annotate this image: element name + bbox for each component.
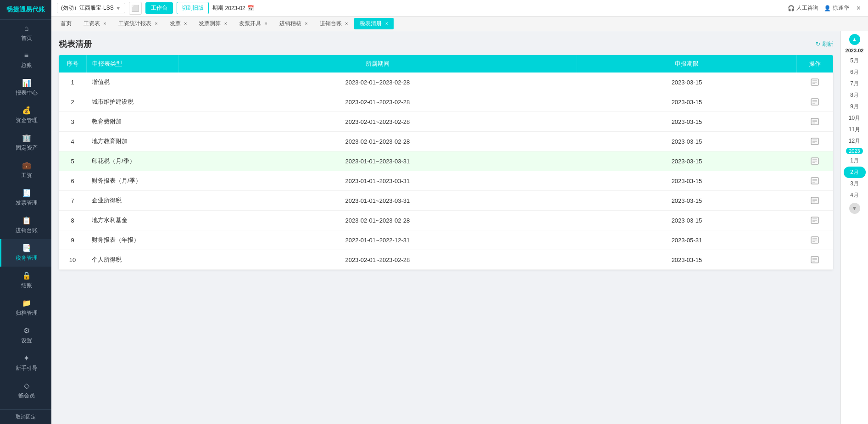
sidebar-item-reports[interactable]: 📊 报表中心 bbox=[0, 74, 51, 101]
tab-close-tax-list[interactable]: × bbox=[385, 21, 388, 26]
sidebar-item-funds[interactable]: 💰 资金管理 bbox=[0, 101, 51, 129]
sidebar-item-guide[interactable]: ✦ 新手引导 bbox=[0, 349, 51, 377]
cell-type: 企业所得税 bbox=[86, 191, 178, 211]
cell-action bbox=[796, 92, 833, 112]
table-row: 3 教育费附加 2023-02-01~2023-02-28 2023-03-15 bbox=[59, 112, 833, 132]
table-row: 4 地方教育附加 2023-02-01~2023-02-28 2023-03-1… bbox=[59, 132, 833, 151]
date-nav-up[interactable]: ▲ bbox=[849, 34, 860, 45]
action-detail-icon[interactable] bbox=[809, 116, 820, 127]
tab-home[interactable]: 首页 bbox=[55, 18, 77, 29]
sidebar-label-closing: 结账 bbox=[21, 282, 32, 290]
action-detail-icon[interactable] bbox=[809, 136, 820, 147]
action-detail-icon[interactable] bbox=[809, 215, 820, 226]
cell-type: 个人所得税 bbox=[86, 250, 178, 270]
cell-seq: 1 bbox=[59, 73, 86, 92]
tab-purchase-ledger[interactable]: 进销台账 × bbox=[314, 18, 354, 29]
table-row: 6 财务报表（月/季） 2023-01-01~2023-03-31 2023-0… bbox=[59, 171, 833, 191]
date-collapse-button[interactable]: ▼ bbox=[849, 203, 860, 214]
tab-close-purchase-ledger[interactable]: × bbox=[345, 21, 348, 26]
tab-tax-list[interactable]: 税表清册 × bbox=[354, 18, 394, 29]
month-2022-12[interactable]: 12月 bbox=[844, 135, 866, 147]
company-selector[interactable]: (勿动）江西服宝-LSS ▼ bbox=[57, 3, 125, 13]
month-2022-7[interactable]: 7月 bbox=[844, 78, 866, 89]
sidebar-item-salary[interactable]: 💼 工资 bbox=[0, 156, 51, 184]
cell-period: 2023-02-01~2023-02-28 bbox=[178, 73, 577, 92]
calendar-icon[interactable]: 📅 bbox=[247, 5, 254, 11]
date-side-panel: ▲ 2023.02 5月 6月 7月 8月 9月 10月 11月 12月 202… bbox=[840, 31, 868, 424]
invoice-icon: 🧾 bbox=[22, 189, 31, 197]
sidebar-item-ledger[interactable]: ≡ 总账 bbox=[0, 47, 51, 74]
tab-close-purchase-audit[interactable]: × bbox=[305, 21, 307, 26]
month-2022-10[interactable]: 10月 bbox=[844, 112, 866, 124]
month-2022-5[interactable]: 5月 bbox=[844, 55, 866, 67]
cell-seq: 3 bbox=[59, 112, 86, 132]
tab-close-invoice[interactable]: × bbox=[184, 21, 187, 26]
tab-close-invoice-calc[interactable]: × bbox=[224, 21, 227, 26]
month-2022-11[interactable]: 11月 bbox=[844, 124, 866, 135]
switch-button[interactable]: 切到旧版 bbox=[177, 2, 209, 14]
sidebar-item-assets[interactable]: 🏢 固定资产 bbox=[0, 129, 51, 156]
action-detail-icon[interactable] bbox=[809, 254, 820, 265]
sidebar-item-tax[interactable]: 📑 税务管理 bbox=[0, 239, 51, 267]
tab-close-invoice-issue[interactable]: × bbox=[264, 21, 267, 26]
month-2022-9[interactable]: 9月 bbox=[844, 101, 866, 112]
action-detail-icon[interactable] bbox=[809, 234, 820, 245]
tab-payroll[interactable]: 工资表 × bbox=[78, 18, 112, 29]
tab-invoice-issue[interactable]: 发票开具 × bbox=[234, 18, 273, 29]
sidebar-item-settings[interactable]: ⚙ 设置 bbox=[0, 322, 51, 349]
cell-period: 2023-01-01~2023-03-31 bbox=[178, 171, 577, 191]
month-2022-8[interactable]: 8月 bbox=[844, 89, 866, 101]
col-action: 操作 bbox=[796, 55, 833, 73]
page-title-bar: 税表清册 ↻ 刷新 bbox=[59, 39, 833, 50]
content-area: 税表清册 ↻ 刷新 序号 申报表类型 所属期间 申报期限 操作 bbox=[51, 31, 868, 424]
copy-icon: ⬜ bbox=[131, 5, 139, 12]
cancel-pin-button[interactable]: 取消固定 bbox=[0, 409, 51, 424]
sidebar-item-closing[interactable]: 🔒 结账 bbox=[0, 267, 51, 294]
cell-deadline: 2023-03-15 bbox=[577, 171, 796, 191]
sidebar-item-invoice[interactable]: 🧾 发票管理 bbox=[0, 184, 51, 212]
month-2023-4[interactable]: 4月 bbox=[844, 190, 866, 201]
headset-icon: 🎧 bbox=[788, 5, 795, 11]
month-2023-2[interactable]: 2月 bbox=[844, 167, 866, 178]
sidebar-item-archive[interactable]: 📁 归档管理 bbox=[0, 294, 51, 322]
tab-invoice-calc[interactable]: 发票测算 × bbox=[193, 18, 233, 29]
month-2023-1[interactable]: 1月 bbox=[844, 155, 866, 167]
cell-type: 城市维护建设税 bbox=[86, 92, 178, 112]
tab-close-payroll-report[interactable]: × bbox=[155, 21, 157, 26]
sidebar-item-home[interactable]: ⌂ 首页 bbox=[0, 20, 51, 47]
sidebar-item-member[interactable]: ◇ 畅会员 bbox=[0, 377, 51, 404]
user-menu[interactable]: 👤 徐逢华 bbox=[824, 4, 849, 12]
ai-consult-button[interactable]: 🎧 人工咨询 bbox=[788, 4, 818, 12]
sidebar-label-invoice: 发票管理 bbox=[16, 199, 38, 207]
tab-purchase-audit[interactable]: 进销稽核 × bbox=[274, 18, 313, 29]
cell-seq: 9 bbox=[59, 230, 86, 250]
sidebar-label-reports: 报表中心 bbox=[16, 89, 38, 97]
funds-icon: 💰 bbox=[22, 106, 31, 115]
cell-seq: 7 bbox=[59, 191, 86, 211]
cell-type: 教育费附加 bbox=[86, 112, 178, 132]
tab-payroll-report[interactable]: 工资统计报表 × bbox=[113, 18, 163, 29]
page-body: 税表清册 ↻ 刷新 序号 申报表类型 所属期间 申报期限 操作 bbox=[51, 31, 840, 424]
purchase-icon: 📋 bbox=[22, 216, 31, 225]
action-detail-icon[interactable] bbox=[809, 156, 820, 167]
col-type: 申报表类型 bbox=[86, 55, 178, 73]
cell-action bbox=[796, 191, 833, 211]
action-detail-icon[interactable] bbox=[809, 175, 820, 186]
action-detail-icon[interactable] bbox=[809, 195, 820, 206]
tab-invoice[interactable]: 发票 × bbox=[164, 18, 193, 29]
month-2022-6[interactable]: 6月 bbox=[844, 67, 866, 78]
month-2023-3[interactable]: 3月 bbox=[844, 178, 866, 190]
close-button[interactable]: × bbox=[855, 4, 862, 12]
tab-close-payroll[interactable]: × bbox=[103, 21, 106, 26]
cell-action bbox=[796, 112, 833, 132]
refresh-button[interactable]: ↻ 刷新 bbox=[816, 40, 833, 48]
action-detail-icon[interactable] bbox=[809, 77, 820, 88]
sidebar-item-purchase[interactable]: 📋 进销台账 bbox=[0, 212, 51, 239]
company-name: (勿动）江西服宝-LSS bbox=[61, 4, 114, 12]
sidebar-label-member: 畅会员 bbox=[18, 392, 35, 400]
action-detail-icon[interactable] bbox=[809, 96, 820, 107]
chevron-down-icon: ▼ bbox=[116, 5, 121, 11]
workbench-button[interactable]: 工作台 bbox=[145, 2, 173, 14]
cell-seq: 2 bbox=[59, 92, 86, 112]
copy-button[interactable]: ⬜ bbox=[129, 2, 142, 15]
